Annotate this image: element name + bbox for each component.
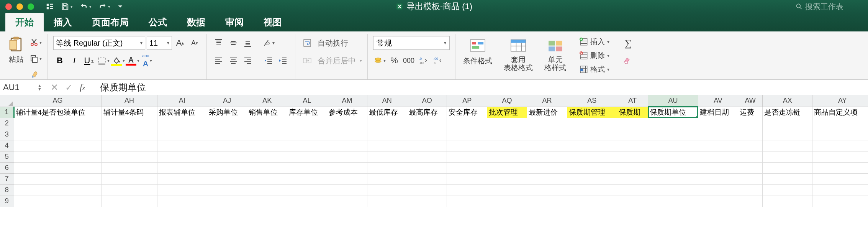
align-top-button[interactable] xyxy=(212,36,225,49)
cell-AY5[interactable] xyxy=(812,151,868,162)
search-input[interactable] xyxy=(805,2,863,11)
cell-AV5[interactable] xyxy=(698,151,738,162)
cell-AL6[interactable] xyxy=(287,162,327,173)
cell-AX2[interactable] xyxy=(762,118,812,129)
cell-AV2[interactable] xyxy=(698,118,738,129)
column-header-AN[interactable]: AN xyxy=(367,95,407,107)
cell-AT4[interactable] xyxy=(617,140,648,151)
cell-AR5[interactable] xyxy=(527,151,567,162)
increase-font-button[interactable]: A▴ xyxy=(174,36,187,49)
cell-AX4[interactable] xyxy=(762,140,812,151)
select-all-corner[interactable] xyxy=(0,95,14,107)
cell-AT3[interactable] xyxy=(617,129,648,140)
cell-AP7[interactable] xyxy=(447,173,487,184)
tab-formulas[interactable]: 公式 xyxy=(139,12,177,31)
cell-AS5[interactable] xyxy=(567,151,617,162)
cell-AK8[interactable] xyxy=(247,184,287,196)
cell-AU6[interactable] xyxy=(648,162,698,173)
cell-AR6[interactable] xyxy=(527,162,567,173)
cell-AQ5[interactable] xyxy=(487,151,527,162)
copy-button[interactable]: ▾ xyxy=(29,52,42,65)
cell-AM7[interactable] xyxy=(327,173,367,184)
save-button[interactable]: ▾ xyxy=(61,2,73,11)
cell-AY6[interactable] xyxy=(812,162,868,173)
column-header-AR[interactable]: AR xyxy=(527,95,567,107)
cell-AQ3[interactable] xyxy=(487,129,527,140)
cell-AK2[interactable] xyxy=(247,118,287,129)
customize-qat-button[interactable] xyxy=(117,2,123,11)
tab-page-layout[interactable]: 页面布局 xyxy=(82,12,139,31)
decrease-font-button[interactable]: A▾ xyxy=(188,36,201,49)
cell-AI3[interactable] xyxy=(157,129,207,140)
cell-AS7[interactable] xyxy=(567,173,617,184)
cell-AJ3[interactable] xyxy=(207,129,247,140)
cell-AJ5[interactable] xyxy=(207,151,247,162)
cell-AN8[interactable] xyxy=(367,184,407,196)
cell-AY3[interactable] xyxy=(812,129,868,140)
cell-AV7[interactable] xyxy=(698,173,738,184)
cell-AS1[interactable]: 保质期管理 xyxy=(567,107,617,118)
cell-AH2[interactable] xyxy=(102,118,157,129)
cell-AN3[interactable] xyxy=(367,129,407,140)
row-header-9[interactable]: 9 xyxy=(0,196,14,207)
cell-AG1[interactable]: 辅计量4是否包装单位 xyxy=(14,107,102,118)
column-header-AQ[interactable]: AQ xyxy=(487,95,527,107)
cell-AV9[interactable] xyxy=(698,196,738,207)
row-header-7[interactable]: 7 xyxy=(0,173,14,184)
cell-AS2[interactable] xyxy=(567,118,617,129)
cell-AT6[interactable] xyxy=(617,162,648,173)
cell-AW4[interactable] xyxy=(738,140,763,151)
cell-AV1[interactable]: 建档日期 xyxy=(698,107,738,118)
cell-AL4[interactable] xyxy=(287,140,327,151)
number-format-select[interactable]: 常规▾ xyxy=(373,36,450,50)
row-header-1[interactable]: 1 xyxy=(0,107,14,118)
cell-AK6[interactable] xyxy=(247,162,287,173)
cell-AK3[interactable] xyxy=(247,129,287,140)
cut-button[interactable]: ▾ xyxy=(29,36,42,49)
cell-AX6[interactable] xyxy=(762,162,812,173)
cell-AI1[interactable]: 报表辅单位 xyxy=(157,107,207,118)
cell-AU1[interactable]: 保质期单位 xyxy=(648,107,698,118)
cell-AP9[interactable] xyxy=(447,196,487,207)
cell-AO8[interactable] xyxy=(407,184,447,196)
column-header-AY[interactable]: AY xyxy=(812,95,868,107)
cell-AS3[interactable] xyxy=(567,129,617,140)
cell-AJ2[interactable] xyxy=(207,118,247,129)
cell-AR3[interactable] xyxy=(527,129,567,140)
cell-AU2[interactable] xyxy=(648,118,698,129)
row-header-3[interactable]: 3 xyxy=(0,129,14,140)
tab-review[interactable]: 审阅 xyxy=(215,12,254,31)
cell-AI7[interactable] xyxy=(157,173,207,184)
increase-indent-button[interactable] xyxy=(277,54,290,67)
cell-AO9[interactable] xyxy=(407,196,447,207)
cell-AY8[interactable] xyxy=(812,184,868,196)
cell-AR2[interactable] xyxy=(527,118,567,129)
align-left-button[interactable] xyxy=(212,54,225,67)
cell-AU5[interactable] xyxy=(648,151,698,162)
cell-AO3[interactable] xyxy=(407,129,447,140)
conditional-formatting-button[interactable]: 条件格式 xyxy=(461,37,495,73)
cell-AW1[interactable]: 运费 xyxy=(738,107,763,118)
fill-color-button[interactable]: ▾ xyxy=(111,54,124,67)
redo-button[interactable]: ▾ xyxy=(98,2,110,11)
row-header-6[interactable]: 6 xyxy=(0,162,14,173)
cell-AS9[interactable] xyxy=(567,196,617,207)
cell-AI8[interactable] xyxy=(157,184,207,196)
cell-AQ8[interactable] xyxy=(487,184,527,196)
cell-AW5[interactable] xyxy=(738,151,763,162)
cell-AK7[interactable] xyxy=(247,173,287,184)
enter-formula-button[interactable]: ✓ xyxy=(65,82,73,93)
column-header-AH[interactable]: AH xyxy=(102,95,157,107)
cell-AH6[interactable] xyxy=(102,162,157,173)
cell-AP1[interactable]: 安全库存 xyxy=(447,107,487,118)
cell-AL9[interactable] xyxy=(287,196,327,207)
cell-AY2[interactable] xyxy=(812,118,868,129)
cell-AN5[interactable] xyxy=(367,151,407,162)
cell-AP5[interactable] xyxy=(447,151,487,162)
cell-AY7[interactable] xyxy=(812,173,868,184)
cell-AW9[interactable] xyxy=(738,196,763,207)
tab-home[interactable]: 开始 xyxy=(5,12,44,31)
cell-AQ2[interactable] xyxy=(487,118,527,129)
cell-AH4[interactable] xyxy=(102,140,157,151)
font-name-select[interactable]: 等线 Regular (正文)▾ xyxy=(53,36,145,50)
